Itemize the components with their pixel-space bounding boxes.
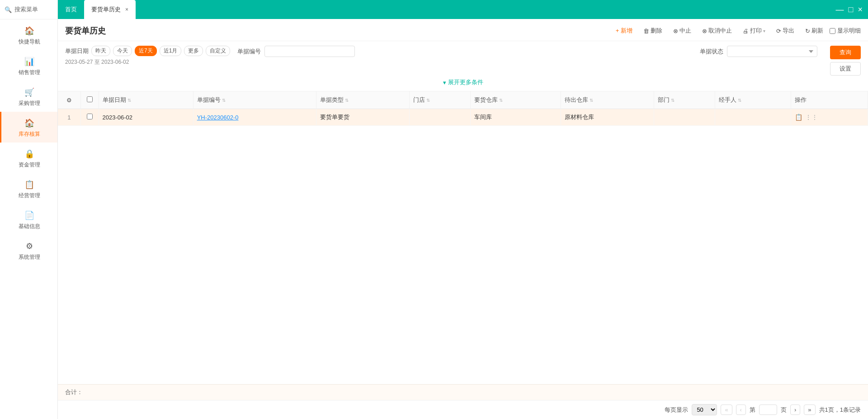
topbar: 首页 要货单历史 × — □ × bbox=[58, 0, 868, 19]
close-icon[interactable]: × bbox=[858, 5, 863, 14]
window-controls: — □ × bbox=[836, 5, 868, 14]
th-handler[interactable]: 经手人 ⇅ bbox=[715, 91, 791, 109]
date-range-display: 2023-05-27 至 2023-06-02 bbox=[65, 58, 230, 66]
maximize-icon[interactable]: □ bbox=[849, 5, 854, 14]
chevron-down-icon: ▾ bbox=[443, 79, 446, 86]
sidebar-item-label: 资金管理 bbox=[19, 161, 40, 169]
sort-icon: ⇅ bbox=[738, 98, 741, 103]
page-title: 要货单历史 bbox=[65, 25, 106, 36]
delete-button[interactable]: 🗑 删除 bbox=[639, 24, 667, 37]
date-filter-row: 单据日期 昨天 今天 近7天 近1月 更多 自定义 bbox=[65, 46, 230, 56]
status-select[interactable] bbox=[727, 46, 817, 57]
status-label: 单据状态 bbox=[700, 48, 723, 56]
query-button[interactable]: 查询 bbox=[830, 46, 861, 59]
last-page-button[interactable]: » bbox=[804, 405, 815, 415]
date-btn-7days[interactable]: 近7天 bbox=[135, 46, 157, 56]
date-btn-custom[interactable]: 自定义 bbox=[206, 46, 230, 56]
summary-label: 合计： bbox=[65, 388, 83, 396]
row-req-warehouse: 车间库 bbox=[470, 109, 561, 126]
settings-button[interactable]: 设置 bbox=[830, 62, 861, 76]
print-icon: 🖨 bbox=[743, 28, 749, 34]
th-actions: 操作 bbox=[791, 91, 868, 109]
chart-icon: 📊 bbox=[24, 57, 34, 67]
cancel-stop-button[interactable]: ⊗ 取消中止 bbox=[698, 24, 736, 37]
action-icons: 📋 ⋮⋮ bbox=[795, 114, 864, 121]
sidebar-item-sales[interactable]: 📊 销售管理 bbox=[0, 50, 57, 81]
row-index: 1 bbox=[58, 109, 80, 126]
refresh-icon: ↻ bbox=[805, 28, 810, 34]
filter-action-buttons: 查询 设置 bbox=[830, 46, 861, 76]
sidebar-item-operation[interactable]: 📋 经营管理 bbox=[0, 173, 57, 204]
row-actions: 📋 ⋮⋮ bbox=[791, 109, 868, 126]
print-dropdown-icon: ▾ bbox=[763, 29, 765, 33]
date-filter-label: 单据日期 bbox=[65, 47, 89, 55]
print-button[interactable]: 🖨 打印 ▾ bbox=[738, 24, 770, 37]
th-store[interactable]: 门店 ⇅ bbox=[409, 91, 470, 109]
date-btn-today[interactable]: 今天 bbox=[113, 46, 132, 56]
gear-icon: ⚙ bbox=[24, 241, 34, 251]
row-pending-warehouse: 原材料仓库 bbox=[561, 109, 654, 126]
row-checkbox bbox=[80, 109, 99, 126]
date-btn-yesterday[interactable]: 昨天 bbox=[91, 46, 110, 56]
page-content: 要货单历史 + 新增 🗑 删除 ⊗ 中止 ⊗ 取消中止 🖨 打印 bbox=[58, 19, 868, 419]
date-btn-1month[interactable]: 近1月 bbox=[160, 46, 182, 56]
sort-icon: ⇅ bbox=[222, 98, 226, 103]
th-doc-type[interactable]: 单据类型 ⇅ bbox=[316, 91, 409, 109]
pagination: 每页显示 50 100 « ‹ 第 1 页 › » 共1页，1条记录 bbox=[58, 400, 868, 419]
date-btn-more[interactable]: 更多 bbox=[184, 46, 203, 56]
tab-home[interactable]: 首页 bbox=[58, 0, 84, 19]
page-input[interactable]: 1 bbox=[759, 405, 777, 415]
sidebar-item-system[interactable]: ⚙ 系统管理 bbox=[0, 235, 57, 266]
new-button[interactable]: + 新增 bbox=[611, 24, 637, 37]
page-size-select[interactable]: 50 100 bbox=[692, 404, 717, 415]
tab-home-label: 首页 bbox=[65, 5, 77, 14]
first-page-button[interactable]: « bbox=[721, 405, 732, 415]
export-button[interactable]: ⟳ 导出 bbox=[772, 24, 799, 37]
date-filter-block: 单据日期 昨天 今天 近7天 近1月 更多 自定义 2023-05-27 至 2… bbox=[65, 46, 230, 66]
th-checkbox bbox=[80, 91, 99, 109]
date-filter-buttons: 昨天 今天 近7天 近1月 更多 自定义 bbox=[91, 46, 230, 56]
row-select-checkbox[interactable] bbox=[87, 114, 93, 119]
th-doc-no[interactable]: 单据编号 ⇅ bbox=[193, 91, 316, 109]
sidebar-item-finance[interactable]: 🔒 资金管理 bbox=[0, 143, 57, 173]
table-container: ⚙ 单据日期 ⇅ 单据编号 bbox=[58, 91, 868, 384]
filter-area: 单据日期 昨天 今天 近7天 近1月 更多 自定义 2023-05-27 至 2… bbox=[58, 41, 868, 91]
th-req-warehouse[interactable]: 要货仓库 ⇅ bbox=[470, 91, 561, 109]
status-filter: 单据状态 bbox=[700, 46, 817, 57]
sort-icon: ⇅ bbox=[671, 98, 675, 103]
sidebar-item-base[interactable]: 📄 基础信息 bbox=[0, 204, 57, 235]
search-icon: 🔍 bbox=[5, 6, 12, 13]
sidebar-item-purchase[interactable]: 🛒 采购管理 bbox=[0, 81, 57, 112]
tab-history[interactable]: 要货单历史 × bbox=[84, 0, 136, 19]
prev-page-button[interactable]: ‹ bbox=[736, 405, 746, 415]
edit-icon[interactable]: 📋 bbox=[795, 114, 802, 121]
th-pending-warehouse[interactable]: 待出仓库 ⇅ bbox=[561, 91, 654, 109]
next-page-button[interactable]: › bbox=[790, 405, 800, 415]
more-icon[interactable]: ⋮⋮ bbox=[805, 114, 818, 121]
display-detail-checkbox[interactable]: 显示明细 bbox=[830, 27, 861, 35]
page-header: 要货单历史 + 新增 🗑 删除 ⊗ 中止 ⊗ 取消中止 🖨 打印 bbox=[58, 19, 868, 41]
tab-close-icon[interactable]: × bbox=[125, 6, 128, 13]
select-all-checkbox[interactable] bbox=[87, 96, 93, 102]
doc-no-filter: 单据编号 bbox=[237, 46, 693, 57]
expand-more-btn[interactable]: ▾ 展开更多条件 bbox=[65, 78, 861, 86]
th-doc-date[interactable]: 单据日期 ⇅ bbox=[99, 91, 193, 109]
row-doc-no[interactable]: YH-20230602-0 bbox=[193, 109, 316, 126]
sort-icon: ⇅ bbox=[590, 98, 593, 103]
sort-icon: ⇅ bbox=[426, 98, 430, 103]
doc-no-input[interactable] bbox=[264, 46, 355, 57]
refresh-button[interactable]: ↻ 刷新 bbox=[801, 24, 828, 37]
sort-icon: ⇅ bbox=[345, 98, 349, 103]
row-doc-date: 2023-06-02 bbox=[99, 109, 193, 126]
sidebar-item-quick-nav[interactable]: 🏠 快捷导航 bbox=[0, 19, 57, 50]
sidebar-item-inventory[interactable]: 🏠 库存核算 bbox=[0, 112, 57, 143]
sidebar-search[interactable]: 🔍 搜索菜单 bbox=[0, 0, 57, 19]
th-dept[interactable]: 部门 ⇅ bbox=[654, 91, 715, 109]
toolbar: + 新增 🗑 删除 ⊗ 中止 ⊗ 取消中止 🖨 打印 ▾ bbox=[611, 24, 861, 37]
display-detail-input[interactable] bbox=[830, 28, 835, 34]
stop-button[interactable]: ⊗ 中止 bbox=[669, 24, 696, 37]
th-settings[interactable]: ⚙ bbox=[58, 91, 80, 109]
sidebar-item-label: 基础信息 bbox=[19, 223, 40, 230]
minimize-icon[interactable]: — bbox=[836, 5, 844, 14]
sidebar-item-label: 系统管理 bbox=[19, 253, 40, 261]
